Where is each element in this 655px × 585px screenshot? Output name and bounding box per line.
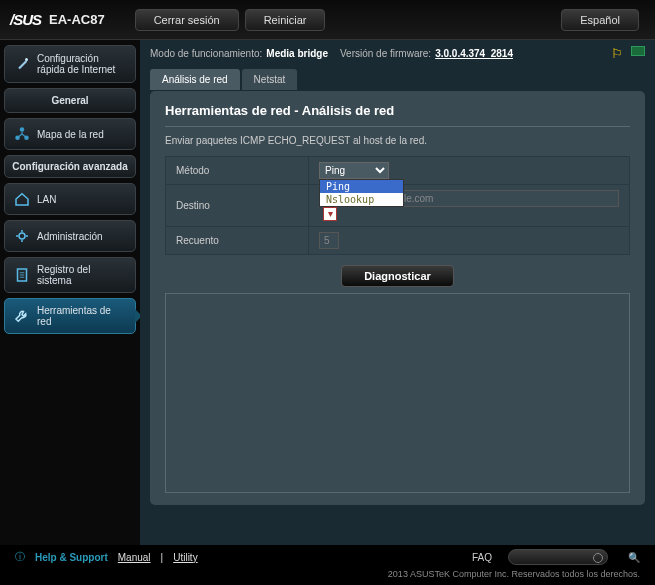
sidebar: Configuración rápida de Internet General…	[0, 40, 140, 545]
home-icon	[13, 190, 31, 208]
count-label: Recuento	[166, 227, 309, 255]
dest-input[interactable]	[399, 190, 619, 207]
method-option-ping[interactable]: Ping	[320, 180, 403, 193]
dest-label: Destino	[166, 185, 309, 227]
count-input[interactable]	[319, 232, 339, 249]
document-icon	[13, 266, 31, 284]
status-bar: Modo de funcionamiento: Media bridge Ver…	[150, 46, 645, 61]
sidebar-nettools-label: Herramientas de red	[37, 305, 127, 327]
search-icon[interactable]: 🔍	[628, 552, 640, 563]
gear-icon	[13, 227, 31, 245]
dest-dropdown-icon[interactable]: ▾	[323, 207, 337, 221]
model-name: EA-AC87	[49, 12, 105, 27]
utility-link[interactable]: Utility	[173, 552, 197, 563]
app-header: /SUS EA-AC87 Cerrar sesión Reiniciar Esp…	[0, 0, 655, 40]
panel-title: Herramientas de red - Análisis de red	[165, 103, 630, 127]
sidebar-heading-advanced: Configuración avanzada	[4, 155, 136, 178]
method-select[interactable]: Ping	[319, 162, 389, 179]
output-box	[165, 293, 630, 493]
brand-logo: /SUS	[10, 11, 41, 28]
tab-netanalysis[interactable]: Análisis de red	[150, 69, 240, 90]
manual-link[interactable]: Manual	[118, 552, 151, 563]
content-panel: Modo de funcionamiento: Media bridge Ver…	[140, 40, 655, 545]
mode-value: Media bridge	[266, 48, 328, 59]
panel-desc: Enviar paquetes ICMP ECHO_REQUEST al hos…	[165, 135, 630, 146]
fw-label: Versión de firmware:	[340, 48, 431, 59]
method-option-nslookup[interactable]: Nslookup	[320, 193, 403, 206]
sidebar-item-networkmap[interactable]: Mapa de la red	[4, 118, 136, 150]
form-table: Método Ping Ping Nslookup Destino	[165, 156, 630, 255]
logout-button[interactable]: Cerrar sesión	[135, 9, 239, 31]
networkmap-icon	[13, 125, 31, 143]
sidebar-item-lan[interactable]: LAN	[4, 183, 136, 215]
svg-point-4	[19, 233, 25, 239]
tab-bar: Análisis de red Netstat	[150, 69, 645, 90]
footer: ⓘ Help & Support Manual | Utility FAQ 🔍 …	[0, 545, 655, 585]
language-button[interactable]: Español	[561, 9, 639, 31]
wand-icon	[13, 55, 31, 73]
connection-icon[interactable]	[631, 46, 645, 56]
warning-icon[interactable]: ⚐	[611, 46, 623, 61]
sidebar-item-admin[interactable]: Administración	[4, 220, 136, 252]
help-icon: ⓘ	[15, 550, 25, 564]
reboot-button[interactable]: Reiniciar	[245, 9, 326, 31]
mode-label: Modo de funcionamiento:	[150, 48, 262, 59]
copyright: 2013 ASUSTeK Computer Inc. Reservados to…	[15, 569, 640, 579]
tab-netstat[interactable]: Netstat	[242, 69, 298, 90]
sidebar-item-nettools[interactable]: Herramientas de red	[4, 298, 136, 334]
help-link[interactable]: Help & Support	[35, 552, 108, 563]
sidebar-item-syslog[interactable]: Registro del sistema	[4, 257, 136, 293]
diagnose-button[interactable]: Diagnosticar	[341, 265, 454, 287]
svg-point-0	[25, 58, 28, 61]
sidebar-item-qis[interactable]: Configuración rápida de Internet	[4, 45, 136, 83]
fw-value[interactable]: 3.0.0.4.374_2814	[435, 48, 513, 59]
method-dropdown: Ping Nslookup	[319, 179, 404, 207]
sidebar-heading-general[interactable]: General	[4, 88, 136, 113]
sidebar-admin-label: Administración	[37, 231, 103, 242]
sidebar-netmap-label: Mapa de la red	[37, 129, 104, 140]
method-label: Método	[166, 157, 309, 185]
main-area: Configuración rápida de Internet General…	[0, 40, 655, 545]
faq-link[interactable]: FAQ	[472, 552, 492, 563]
sidebar-qis-label: Configuración rápida de Internet	[37, 53, 127, 75]
analysis-panel: Herramientas de red - Análisis de red En…	[150, 91, 645, 505]
sidebar-syslog-label: Registro del sistema	[37, 264, 127, 286]
sidebar-lan-label: LAN	[37, 194, 56, 205]
search-input[interactable]	[508, 549, 608, 565]
wrench-icon	[13, 307, 31, 325]
svg-point-1	[20, 127, 25, 132]
